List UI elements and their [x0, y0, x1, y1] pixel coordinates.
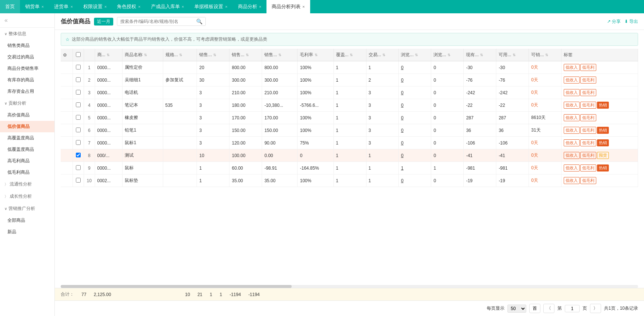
sidebar-section-marketing-title[interactable]: ∨ 营销推广分析	[0, 203, 54, 215]
share-button[interactable]: ↗ 分享	[607, 18, 621, 25]
browse1-link[interactable]: 1	[401, 166, 403, 171]
sidebar-item-sales-category[interactable]: 销售类商品	[0, 40, 54, 51]
sidebar-section-overall-title[interactable]: ∨ 整体信息	[0, 28, 54, 40]
row-checkbox[interactable]	[76, 153, 81, 157]
settings-icon[interactable]: ⚙	[63, 52, 67, 58]
sidebar-item-all-goods[interactable]: 全部商品	[0, 215, 54, 226]
export-button[interactable]: ⬇ 导出	[624, 18, 638, 25]
current-page-input[interactable]	[565, 305, 580, 312]
browse1-link[interactable]: 0	[401, 103, 403, 108]
prev-page-button[interactable]: 〈	[543, 304, 554, 313]
browse1-link[interactable]: 0	[401, 128, 403, 133]
row-checkbox[interactable]	[76, 115, 81, 120]
sidebar-item-inventory-value[interactable]: 库存资金占用	[0, 86, 54, 97]
col-settings[interactable]: ⚙	[61, 49, 73, 61]
cell-browse1[interactable]: 0	[399, 112, 431, 124]
nav-purchase[interactable]: 进货单 ×	[49, 0, 78, 13]
close-permissions-icon[interactable]: ×	[104, 4, 107, 9]
nav-analysis[interactable]: 商品分析 ×	[233, 0, 266, 13]
first-page-button[interactable]: 首	[529, 304, 540, 313]
browse1-link[interactable]: 0	[401, 90, 403, 95]
col-code[interactable]: 商... ⇅	[95, 49, 123, 61]
filter-tag[interactable]: 近一月	[94, 18, 113, 26]
sidebar-item-new-goods[interactable]: 新品	[0, 226, 54, 238]
sidebar-item-high-coverage[interactable]: 高覆盖度商品	[0, 132, 54, 144]
sidebar-section-flow-title[interactable]: 〉 流通性分析	[0, 178, 54, 190]
row-checkbox[interactable]	[76, 128, 81, 132]
browse1-link[interactable]: 0	[401, 65, 403, 70]
sidebar-section-profit-title[interactable]: ∨ 贡献分析	[0, 97, 54, 109]
col-saleable[interactable]: 可销... ⇅	[529, 49, 561, 61]
cell-checkbox[interactable]	[73, 99, 84, 112]
col-available[interactable]: 可用... ⇅	[496, 49, 529, 61]
browse1-link[interactable]: 0	[401, 115, 403, 120]
row-checkbox[interactable]	[76, 140, 81, 145]
close-analysis-icon[interactable]: ×	[259, 4, 261, 9]
col-sales-amount[interactable]: 销售... ⇅	[229, 49, 262, 61]
cell-browse1[interactable]: 0	[399, 174, 431, 187]
sidebar-item-idle-stock[interactable]: 有库存的商品	[0, 74, 54, 86]
col-coverage[interactable]: 覆盖... ⇅	[333, 49, 366, 61]
row-checkbox[interactable]	[76, 65, 81, 69]
search-input[interactable]	[120, 19, 196, 24]
close-analysis-list-icon[interactable]: ×	[302, 4, 305, 9]
cell-checkbox[interactable]	[73, 162, 84, 174]
browse1-link[interactable]: 0	[401, 153, 403, 158]
col-browse2[interactable]: 浏览... ⇅	[431, 49, 464, 61]
browse1-link[interactable]: 0	[401, 78, 403, 83]
cell-browse1[interactable]: 0	[399, 86, 431, 99]
cell-checkbox[interactable]	[73, 149, 84, 162]
nav-home[interactable]: 首页	[0, 0, 20, 13]
select-all-checkbox[interactable]	[76, 52, 81, 57]
browse1-link[interactable]: 0	[401, 140, 403, 146]
row-checkbox[interactable]	[76, 77, 81, 82]
close-products-icon[interactable]: ×	[182, 4, 184, 9]
close-roles-icon[interactable]: ×	[138, 4, 140, 9]
cell-checkbox[interactable]	[73, 74, 84, 86]
cell-browse1[interactable]: 0	[399, 61, 431, 74]
nav-sales[interactable]: 销货单 ×	[20, 0, 49, 13]
nav-analysis-list[interactable]: 商品分析列表 ×	[266, 0, 310, 13]
scroll-thumb[interactable]	[61, 285, 292, 288]
nav-roles[interactable]: 角色授权 ×	[112, 0, 145, 13]
cell-checkbox[interactable]	[73, 61, 84, 74]
row-checkbox[interactable]	[76, 102, 81, 107]
cell-checkbox[interactable]	[73, 124, 84, 137]
nav-template[interactable]: 单据模板设置 ×	[189, 0, 232, 13]
sidebar-item-low-profit[interactable]: 低毛利商品	[0, 167, 54, 178]
sidebar-collapse-button[interactable]: «	[3, 16, 9, 25]
col-profit-rate[interactable]: 毛利率 ⇅	[298, 49, 333, 61]
col-sales-qty[interactable]: 销售... ⇅	[197, 49, 229, 61]
cell-browse1[interactable]: 0	[399, 137, 431, 149]
horizontal-scrollbar[interactable]	[61, 285, 638, 288]
sidebar-item-high-value[interactable]: 高价值商品	[0, 109, 54, 121]
row-checkbox[interactable]	[76, 178, 81, 183]
cell-checkbox[interactable]	[73, 112, 84, 124]
sidebar-item-high-profit[interactable]: 高毛利商品	[0, 155, 54, 167]
row-checkbox[interactable]	[76, 90, 81, 95]
cell-checkbox[interactable]	[73, 174, 84, 187]
col-name[interactable]: 商品名称 ⇅	[123, 49, 163, 61]
nav-products[interactable]: 产成品入库单 ×	[146, 0, 189, 13]
close-sales-icon[interactable]: ×	[41, 4, 44, 9]
close-purchase-icon[interactable]: ×	[70, 4, 73, 9]
browse1-link[interactable]: 0	[401, 178, 403, 183]
cell-browse1[interactable]: 0	[399, 149, 431, 162]
col-browse1[interactable]: 浏览... ⇅	[399, 49, 431, 61]
sidebar-item-traded[interactable]: 交易过的商品	[0, 51, 54, 63]
next-page-button[interactable]: 〉	[590, 304, 601, 313]
search-icon[interactable]: 🔍	[196, 18, 202, 24]
cell-checkbox[interactable]	[73, 137, 84, 149]
cell-checkbox[interactable]	[73, 86, 84, 99]
cell-browse1[interactable]: 0	[399, 124, 431, 137]
col-spec[interactable]: 规格... ⇅	[163, 49, 197, 61]
sidebar-section-growth-title[interactable]: 〉 成长性分析	[0, 190, 54, 203]
cell-browse1[interactable]: 1	[399, 162, 431, 174]
sidebar-item-category-sales-rate[interactable]: 商品分类销售率	[0, 63, 54, 74]
col-checkbox[interactable]	[73, 49, 84, 61]
nav-permissions[interactable]: 权限设置 ×	[78, 0, 112, 13]
cell-browse1[interactable]: 0	[399, 74, 431, 86]
col-trade-count[interactable]: 交易... ⇅	[366, 49, 399, 61]
per-page-select[interactable]: 50 100 200	[507, 305, 526, 313]
col-current-stock[interactable]: 现有... ⇅	[464, 49, 496, 61]
